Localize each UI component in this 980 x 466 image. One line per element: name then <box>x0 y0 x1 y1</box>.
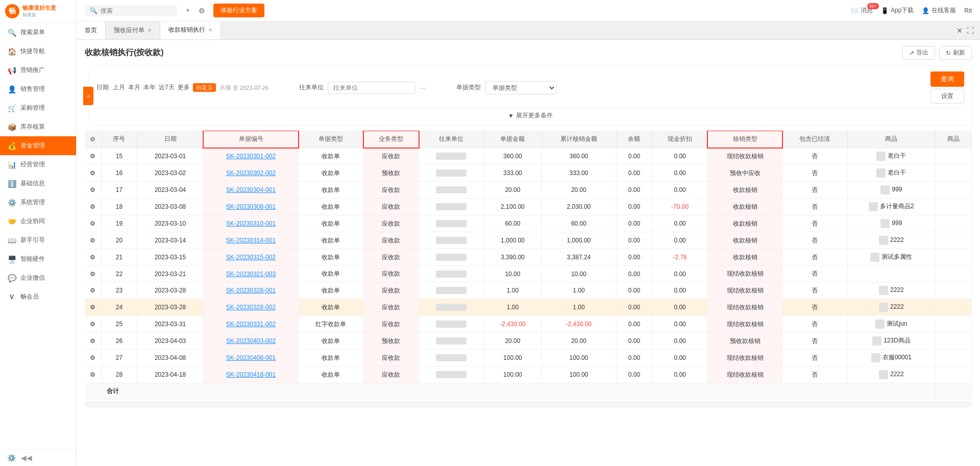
receipt-tab-close[interactable]: ✕ <box>208 27 212 33</box>
cell-verified: 360.00 <box>542 148 616 165</box>
partner-blurred <box>436 304 467 311</box>
cell-gear[interactable]: ⚙ <box>85 266 101 282</box>
query-button[interactable]: 查询 <box>930 71 964 87</box>
product-thumbnail <box>875 320 885 329</box>
cell-gear[interactable]: ⚙ <box>85 182 101 199</box>
cell-gear[interactable]: ⚙ <box>85 299 101 316</box>
export-button[interactable]: ↗ 导出 <box>902 46 935 60</box>
voucher-type-filter-select[interactable]: 单据类型 <box>485 81 556 94</box>
sidebar-item-system[interactable]: ⚙️ 系统管理 <box>0 193 76 212</box>
cell-date: 2023-03-14 <box>137 232 204 249</box>
col-date: 日期 <box>137 131 204 148</box>
table-row: ⚙ 19 2023-03-10 SK-20230310-001 收款单 应收款 … <box>85 215 972 232</box>
cell-balance: 0.00 <box>616 266 652 282</box>
cell-gear[interactable]: ⚙ <box>85 333 101 350</box>
voucher-no-link[interactable]: SK-20230308-001 <box>226 203 276 210</box>
row-gear-icon: ⚙ <box>90 153 95 160</box>
cell-gear[interactable]: ⚙ <box>85 282 101 299</box>
voucher-no-link[interactable]: SK-20230418-001 <box>226 371 276 378</box>
cell-product: 老白干 <box>847 148 936 165</box>
topbar-message[interactable]: ✉️ 消息 99+ <box>851 6 873 15</box>
cell-discount: 0.00 <box>652 282 708 299</box>
cell-gear[interactable]: ⚙ <box>85 366 101 383</box>
sidebar-item-operation[interactable]: 📊 经营管理 <box>0 155 76 174</box>
sidebar-item-member[interactable]: V 畅会员 <box>0 287 76 306</box>
topbar-app-download[interactable]: 📱 App下载 <box>881 6 914 15</box>
cell-no: 19 <box>101 215 137 232</box>
voucher-no-link[interactable]: SK-20230321-003 <box>226 271 276 278</box>
date-more[interactable]: 更多 <box>178 83 190 92</box>
sidebar-item-finance[interactable]: 💰 资金管理 <box>0 136 76 155</box>
date-7days[interactable]: 近7天 <box>159 83 175 92</box>
sidebar-item-sales[interactable]: 👤 销售管理 <box>0 80 76 99</box>
voucher-no-link[interactable]: SK-20230328-002 <box>226 304 276 311</box>
date-this-month[interactable]: 本月 <box>128 83 140 92</box>
tab-prepay[interactable]: 预收应付单 ✕ <box>106 21 160 39</box>
tab-close-all-icon[interactable]: ✕ <box>957 27 963 35</box>
prepay-tab-close[interactable]: ✕ <box>148 28 152 33</box>
topbar-search-input[interactable] <box>101 7 172 14</box>
cell-voucher-no: SK-20230331-002 <box>203 316 298 333</box>
cell-voucher-no: SK-20230301-002 <box>203 148 298 165</box>
cell-gear[interactable]: ⚙ <box>85 148 101 165</box>
cell-discount: 0.00 <box>652 350 708 366</box>
date-this-year[interactable]: 本年 <box>143 83 156 92</box>
cell-gear[interactable]: ⚙ <box>85 165 101 182</box>
sidebar-item-search[interactable]: 🔍 搜索菜单 <box>0 23 76 42</box>
sidebar-item-quicknav[interactable]: 🏠 快捷导航 <box>0 42 76 61</box>
voucher-no-link[interactable]: SK-20230328-001 <box>226 287 276 294</box>
partner-filter-input[interactable] <box>328 82 415 94</box>
cell-gear[interactable]: ⚙ <box>85 215 101 232</box>
refresh-label: 刷新 <box>953 48 965 57</box>
cell-include-settled: 否 <box>782 299 847 316</box>
filter-toggle-button[interactable]: » <box>83 87 93 105</box>
voucher-no-link[interactable]: SK-20230302-002 <box>226 169 276 177</box>
sidebar-item-hardware[interactable]: 🖥️ 智能硬件 <box>0 250 76 268</box>
filter-expand-button[interactable]: ▼ 展开更多条件 <box>96 108 964 120</box>
cell-no: 22 <box>101 266 137 282</box>
topbar-online-service[interactable]: 👤 在线客服 <box>922 6 956 15</box>
topbar-dropdown-arrow[interactable]: ▼ <box>185 8 190 13</box>
voucher-no-link[interactable]: SK-20230304-001 <box>226 186 276 193</box>
cell-gear[interactable]: ⚙ <box>85 350 101 366</box>
date-custom[interactable]: 自定义 <box>193 83 216 92</box>
sidebar-item-wechat[interactable]: 💬 企业微信 <box>0 268 76 287</box>
cell-verify-type: 预收中应收 <box>707 165 782 182</box>
table-row: ⚙ 21 2023-03-15 SK-20230315-002 收款单 应收款 … <box>85 249 972 266</box>
total-product2 <box>936 383 972 400</box>
voucher-no-link[interactable]: SK-20230315-002 <box>226 254 276 261</box>
tab-maximize-icon[interactable]: ⛶ <box>967 27 974 35</box>
filter-settings-button[interactable]: 设置 <box>930 89 964 104</box>
voucher-no-link[interactable]: SK-20230310-001 <box>226 220 276 227</box>
settings-bottom-icon[interactable]: ⚙️ <box>7 454 16 462</box>
cell-voucher-type: 红字收款单 <box>299 316 363 333</box>
topbar-user[interactable]: Rit <box>964 7 972 14</box>
cell-verify-type: 收款核销 <box>707 249 782 266</box>
cell-gear[interactable]: ⚙ <box>85 199 101 215</box>
tab-home[interactable]: 首页 <box>77 21 106 39</box>
tab-receipt[interactable]: 收款核销执行 ✕ <box>160 21 221 39</box>
voucher-no-link[interactable]: SK-20230314-001 <box>226 237 276 244</box>
sidebar-item-enterprise[interactable]: 🤝 企业协同 <box>0 212 76 231</box>
voucher-no-link[interactable]: SK-20230301-002 <box>226 153 276 160</box>
cell-gear[interactable]: ⚙ <box>85 249 101 266</box>
voucher-no-link[interactable]: SK-20230408-001 <box>226 354 276 361</box>
topbar-gear-icon[interactable]: ⚙ <box>199 7 205 15</box>
refresh-button[interactable]: ↻ 刷新 <box>939 46 972 60</box>
horizontal-scrollbar[interactable] <box>85 402 972 408</box>
sidebar-item-purchase[interactable]: 🛒 采购管理 <box>0 99 76 117</box>
voucher-no-link[interactable]: SK-20230331-002 <box>226 321 276 328</box>
solution-button[interactable]: 体验行业方案 <box>213 4 264 17</box>
col-gear[interactable]: ⚙ <box>85 131 101 148</box>
date-last-month[interactable]: 上月 <box>113 83 125 92</box>
partner-blurred <box>436 271 467 278</box>
cell-gear[interactable]: ⚙ <box>85 316 101 333</box>
voucher-no-link[interactable]: SK-20230403-002 <box>226 337 276 345</box>
collapse-icon[interactable]: ◀◀ <box>21 454 32 462</box>
cell-include-settled: 否 <box>782 350 847 366</box>
sidebar-item-marketing[interactable]: 📢 营销推广 <box>0 61 76 80</box>
cell-gear[interactable]: ⚙ <box>85 232 101 249</box>
sidebar-item-inventory[interactable]: 📦 库存核算 <box>0 117 76 136</box>
sidebar-item-basic[interactable]: ℹ️ 基础信息 <box>0 174 76 193</box>
sidebar-item-guide[interactable]: 📖 新手引导 <box>0 231 76 250</box>
